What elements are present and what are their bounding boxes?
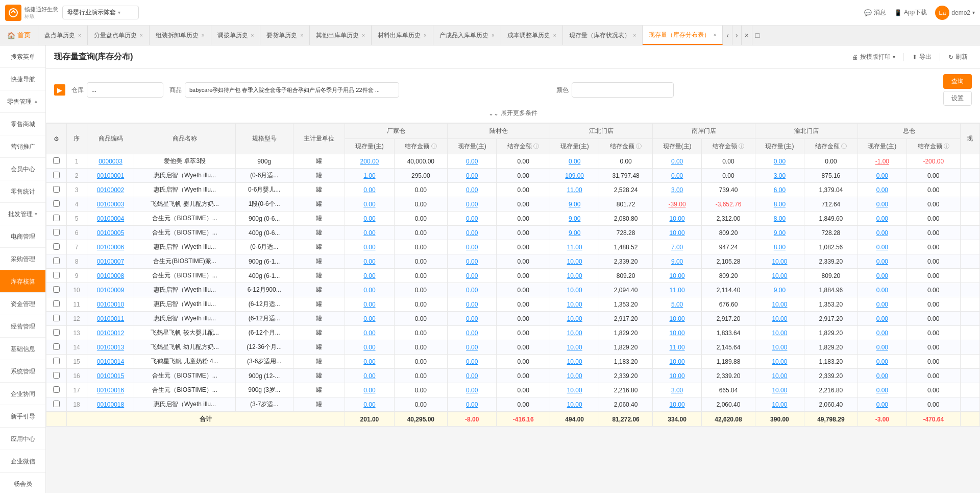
tab-prev-btn[interactable]: ‹ — [723, 26, 732, 45]
tab-other-outstock[interactable]: 其他出库单历史 × — [310, 26, 372, 45]
sidebar-item-search[interactable]: 搜索英单 — [0, 45, 45, 68]
tab-close-icon[interactable]: × — [633, 33, 636, 38]
row-a-stock: 0.00 — [448, 383, 497, 397]
warehouse-input[interactable] — [87, 82, 163, 98]
user-area[interactable]: Ea demo2 ▾ — [935, 6, 975, 20]
refresh-btn[interactable]: ↻ 刷新 — [944, 51, 972, 63]
sidebar-item-vip-member[interactable]: 畅会员 — [0, 473, 45, 493]
table-row: 14 00100013 飞鹤星飞帆 幼儿配方奶... (12-36个月... 罐… — [46, 340, 980, 355]
row-extra-stock — [960, 369, 979, 383]
sidebar-item-basic-info[interactable]: 基础信息 — [0, 338, 45, 360]
row-checkbox[interactable] — [46, 197, 67, 212]
tab-close-icon[interactable]: × — [553, 33, 556, 38]
sidebar-item-enterprise-collab[interactable]: 企业协同 — [0, 383, 45, 405]
sidebar-item-wholesale-mgmt[interactable]: 批发管理 ▾ — [0, 203, 45, 225]
expand-conditions-btn[interactable]: ⌄⌄ 展开更多条件 — [54, 109, 972, 118]
row-d-amt: 1,379.04 — [804, 183, 858, 197]
top-nav: 畅捷通好生意 标版 母婴行业演示陈套 ▾ 💬 消息 📱 App下载 Ea dem… — [0, 0, 980, 26]
tab-inventory-count[interactable]: 盘点单历史 × — [38, 26, 88, 45]
settings-btn[interactable]: 设置 — [943, 91, 972, 106]
row-checkbox[interactable] — [46, 269, 67, 283]
row-checkbox[interactable] — [46, 283, 67, 297]
sidebar-item-finance[interactable]: 资金管理 — [0, 293, 45, 315]
app-download-btn[interactable]: 📱 App下载 — [894, 8, 927, 17]
tab-expand-btn[interactable]: □ — [752, 26, 763, 45]
sidebar-item-business[interactable]: 经营管理 — [0, 315, 45, 338]
tab-next-btn[interactable]: › — [732, 26, 741, 45]
row-checkbox[interactable] — [46, 297, 67, 312]
tab-close-icon[interactable]: × — [362, 33, 365, 38]
row-checkbox[interactable] — [46, 183, 67, 197]
row-checkbox[interactable] — [46, 226, 67, 240]
tab-close-icon[interactable]: × — [78, 33, 81, 38]
sidebar-item-enterprise-wechat[interactable]: 企业微信 — [0, 450, 45, 473]
sidebar-item-system-mgmt[interactable]: 系统管理 — [0, 360, 45, 383]
row-t-amt: 0.00 — [906, 254, 960, 269]
print-btn[interactable]: 🖨 按模版打印 ▾ — [848, 51, 899, 63]
row-code: 00100008 — [87, 269, 134, 283]
tab-close-icon[interactable]: × — [140, 33, 143, 38]
row-checkbox[interactable] — [46, 312, 67, 326]
row-fac-amt: 0.00 — [394, 383, 448, 397]
expand-toggle-btn[interactable]: ▶ — [54, 84, 65, 96]
row-a-amt: 0.00 — [497, 212, 550, 226]
row-seq: 17 — [66, 383, 87, 397]
tab-transfer[interactable]: 调拨单历史 × — [211, 26, 261, 45]
sidebar-item-purchase[interactable]: 采购管理 — [0, 248, 45, 270]
row-checkbox[interactable] — [46, 254, 67, 269]
sidebar-item-marketing[interactable]: 营销推广 — [0, 135, 45, 158]
row-checkbox[interactable] — [46, 326, 67, 340]
row-checkbox[interactable] — [46, 369, 67, 383]
tab-close-icon[interactable]: × — [713, 32, 716, 38]
sidebar-item-retail-mgmt[interactable]: 零售管理 ▲ — [0, 90, 45, 113]
color-input[interactable] — [572, 82, 674, 98]
tab-close-icon[interactable]: × — [300, 33, 303, 38]
tab-close-icon[interactable]: × — [251, 33, 254, 38]
sidebar-item-retail-store[interactable]: 零售商城 — [0, 113, 45, 135]
seq-header: 序 — [66, 124, 87, 154]
tab-purchase-request[interactable]: 要货单历史 × — [260, 26, 310, 45]
store-selector[interactable]: 母婴行业演示陈套 ▾ — [62, 6, 139, 19]
row-d-stock: 10.00 — [755, 397, 804, 412]
row-checkbox[interactable] — [46, 340, 67, 355]
tab-stock-status[interactable]: 现存量（库存状况表） × — [563, 26, 643, 45]
row-checkbox[interactable] — [46, 240, 67, 254]
app-icon: 📱 — [894, 9, 902, 16]
tab-home[interactable]: 🏠 首页 — [0, 26, 38, 45]
tab-combo-disassemble[interactable]: 组装拆卸单历史 × — [150, 26, 211, 45]
sidebar-item-ecommerce[interactable]: 电商管理 — [0, 225, 45, 248]
row-d-stock: 10.00 — [755, 355, 804, 369]
messages-btn[interactable]: 💬 消息 — [864, 8, 886, 17]
tab-stock-dist[interactable]: 现存量（库存分布表） × — [643, 26, 723, 45]
tab-inventory-count-sub[interactable]: 分量盘点单历史 × — [88, 26, 150, 45]
tab-cost-adjust[interactable]: 成本调整单历史 × — [501, 26, 563, 45]
sidebar-item-retail-stats[interactable]: 零售统计 — [0, 180, 45, 203]
settings-col-header[interactable]: ⚙ — [46, 124, 67, 154]
tab-product-instock[interactable]: 产成品入库单历史 × — [433, 26, 501, 45]
tab-close-icon[interactable]: × — [492, 33, 495, 38]
main-layout: 搜索英单 快捷导航 零售管理 ▲ 零售商城 营销推广 会员中心 零售统计 批发管… — [0, 45, 980, 493]
query-btn[interactable]: 查询 — [943, 74, 972, 89]
sidebar-item-new-guide[interactable]: 新手引导 — [0, 405, 45, 428]
row-checkbox[interactable] — [46, 355, 67, 369]
row-checkbox[interactable] — [46, 383, 67, 397]
sidebar-item-app-center[interactable]: 应用中心 — [0, 428, 45, 450]
row-t-amt: 0.00 — [906, 397, 960, 412]
tab-close-icon[interactable]: × — [202, 33, 205, 38]
export-btn[interactable]: ⬆ 导出 — [908, 51, 936, 63]
row-spec: 0-6月婴儿... — [235, 183, 293, 197]
tab-close-all-btn[interactable]: × — [741, 26, 752, 45]
sidebar-item-inventory[interactable]: 库存核算 — [0, 270, 45, 293]
tab-close-icon[interactable]: × — [424, 33, 427, 38]
row-checkbox[interactable] — [46, 154, 67, 169]
sidebar-item-member[interactable]: 会员中心 — [0, 158, 45, 180]
table-row: 13 00100012 飞鹤星飞帆 较大婴儿配... (6-12个月... 罐 … — [46, 326, 980, 340]
row-checkbox[interactable] — [46, 169, 67, 183]
row-checkbox[interactable] — [46, 212, 67, 226]
row-spec: 6-12月900... — [235, 283, 293, 297]
sidebar-item-quicknav[interactable]: 快捷导航 — [0, 68, 45, 90]
product-input[interactable] — [185, 82, 399, 98]
tab-material-outstock[interactable]: 材料出库单历史 × — [372, 26, 433, 45]
row-checkbox[interactable] — [46, 397, 67, 412]
spec-header: 规格型号 — [235, 124, 293, 154]
